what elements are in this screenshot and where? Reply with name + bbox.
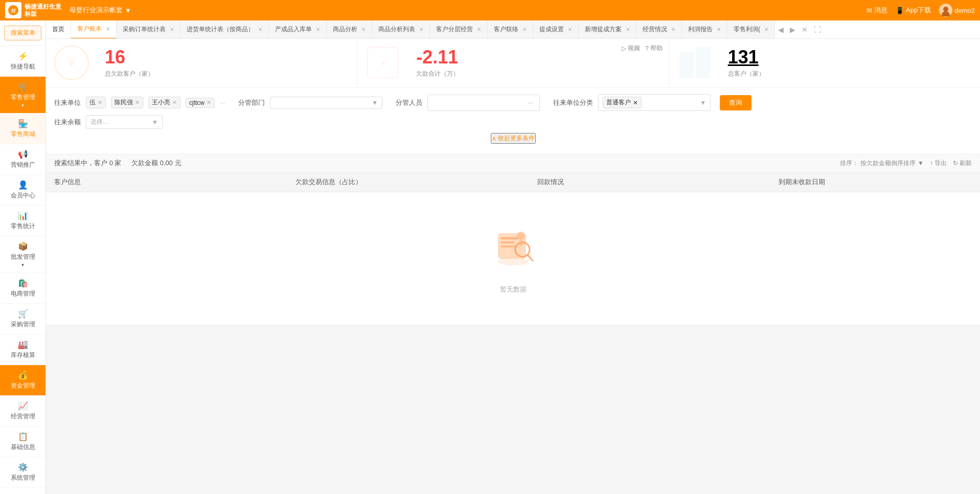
sort-select[interactable]: 排序： 按欠款金额倒序排序 ▼ [840,159,924,168]
marketing-icon: 📢 [18,149,28,159]
tab-close-icon[interactable]: ✕ [258,27,262,32]
sidebar-item-member[interactable]: 👤 会员中心 [0,175,45,206]
results-info: 搜索结果中，客户 0 家 欠款金额 0.00 元 [54,159,181,168]
sidebar-item-ecommerce[interactable]: 🛍️ 电商管理 [0,273,45,304]
remove-tag-cjttcw[interactable]: ✕ [207,99,211,106]
tab-inbound-stats[interactable]: 进货单统计表（按商品） ✕ [180,20,269,39]
logo-area[interactable]: 好 畅捷通好生意 标版 [5,2,61,18]
main-content: ¥ 16 总欠款客户（家） ✦ -2.1 [46,39,980,494]
sidebar-item-system[interactable]: ⚙️ 系统管理 [0,457,45,488]
tab-customer-contact[interactable]: 客户联络 ✕ [488,20,533,39]
stat-block-debt-customers: ¥ 16 总欠款客户（家） [46,39,357,87]
tab-close-icon[interactable]: ✕ [626,27,630,32]
svg-rect-8 [679,52,694,78]
person-select[interactable]: ··· [427,95,540,111]
sidebar-item-enterprise[interactable]: 🤝 企业协同 [0,488,45,494]
tab-cost-inbound[interactable]: 产成品入库单 ✕ [269,20,327,39]
svg-text:✦: ✦ [379,58,387,68]
sidebar-item-quick-nav[interactable]: ⚡ 快捷导航 [0,46,45,77]
sidebar-item-inventory[interactable]: 🏭 库存核算 [0,334,45,365]
sidebar-item-finance[interactable]: 💰 资金管理 [0,365,45,396]
person-dots-icon[interactable]: ··· [526,97,535,108]
sidebar-item-basic-info[interactable]: 📋 基础信息 [0,426,45,457]
tab-close-icon[interactable]: ✕ [106,26,110,32]
remove-tag-chen[interactable]: ✕ [135,99,140,106]
phone-icon: 📱 [896,7,904,14]
svg-rect-13 [500,241,515,243]
tab-close-icon[interactable]: ✕ [419,27,423,32]
message-btn[interactable]: ✉ 消息 [867,6,887,15]
query-button[interactable]: 查询 [720,95,751,110]
sidebar: 搜索菜单 ⚡ 快捷导航 🛒 零售管理 ▼ 🏪 零售商城 📢 营销推广 👤 会 [0,20,46,494]
tab-profit-report[interactable]: 利润报告 ✕ [682,20,727,39]
tab-close-icon[interactable]: ✕ [170,27,174,32]
page-inner: ¥ 16 总欠款客户（家） ✦ -2.1 [46,39,980,325]
trade-unit-label: 往来单位 [54,98,81,107]
remove-tag-wang[interactable]: ✕ [172,99,177,106]
tab-close-icon[interactable]: ✕ [316,27,320,32]
collapse-button[interactable]: ∧ 收起更多条件 [491,133,536,144]
video-link[interactable]: ▷ 视频 [622,44,640,53]
unit-class-select[interactable]: 普通客户 ✕ ▼ [598,94,711,111]
system-icon: ⚙️ [18,462,28,472]
sidebar-item-retail-mgmt[interactable]: 🛒 零售管理 ▼ [0,77,45,114]
unit-class-label: 往来单位分类 [553,98,593,107]
sidebar-item-operations[interactable]: 📈 经营管理 [0,396,45,426]
export-icon: ↑ [930,160,933,167]
account-dropdown[interactable]: 母婴行业演示帐套 ▼ [70,6,131,15]
balance-select[interactable]: 选择... ▼ [86,115,163,129]
sidebar-item-purchase[interactable]: 🛒 采购管理 [0,304,45,334]
tab-product-analysis-list[interactable]: 商品分析列表 ✕ [372,20,430,39]
filter-area: 往来单位 伍 ✕ 陈民强 ✕ 王小亮 ✕ [46,88,980,154]
svg-rect-9 [696,47,710,78]
tab-home[interactable]: 首页 [46,20,71,39]
purchase-icon: 🛒 [18,309,28,319]
unit-class-tag: 普通客户 ✕ [603,97,642,108]
remove-tag-wu[interactable]: ✕ [98,99,102,106]
help-link[interactable]: ? 帮助 [645,44,663,53]
refresh-button[interactable]: ↻ 刷新 [953,159,972,168]
sort-arrow-icon: ▼ [918,160,924,167]
unit-class-arrow-icon: ▼ [700,99,706,106]
app-download-btn[interactable]: 📱 App下载 [896,6,931,15]
tab-new-raise[interactable]: 新增提成方案 ✕ [579,20,636,39]
tab-maximize[interactable]: ⛶ [811,26,824,34]
results-bar: 搜索结果中，客户 0 家 欠款金额 0.00 元 排序： 按欠款金额倒序排序 [46,154,980,172]
tab-purchase-order[interactable]: 采购订单统计表 ✕ [117,20,180,39]
tab-retail-profit[interactable]: 零售利润( ✕ [727,20,775,39]
user-profile[interactable]: demo2 [939,4,975,17]
filter-more-btn[interactable]: ··· [220,99,225,106]
message-icon: ✉ [867,7,872,14]
tab-bar: 首页 客户账本 ✕ 采购订单统计表 ✕ 进货单统计表（按商品） ✕ 产成品入库单… [46,20,980,39]
tab-close-icon[interactable]: ✕ [764,27,768,32]
tab-close-icon[interactable]: ✕ [361,27,366,32]
tab-close-icon[interactable]: ✕ [717,27,721,32]
search-menu-button[interactable]: 搜索菜单 [4,26,41,40]
tab-raise-settings[interactable]: 提成设置 ✕ [533,20,579,39]
svg-line-16 [528,255,533,261]
batch-icon: 📦 [18,241,28,251]
sidebar-item-retail-stats[interactable]: 📊 零售统计 [0,206,45,236]
tab-product-analysis[interactable]: 商品分析 ✕ [327,20,372,39]
tab-close-icon[interactable]: ✕ [477,27,481,32]
col-header-date: 到期未收款日期 [779,177,972,187]
tab-scroll-left[interactable]: ◀ [775,26,787,34]
sidebar-item-batch-mgmt[interactable]: 📦 批发管理 ▼ [0,236,45,273]
tab-customer-tier[interactable]: 客户分层经营 ✕ [430,20,488,39]
dept-select[interactable]: ▼ [270,97,382,109]
tab-operations-status[interactable]: 经营情况 ✕ [636,20,682,39]
tab-close-icon[interactable]: ✕ [568,27,572,32]
tab-close-icon[interactable]: ✕ [671,27,675,32]
tab-close-icon[interactable]: ✕ [522,27,527,32]
tab-accounts[interactable]: 客户账本 ✕ [71,20,117,39]
remove-unit-class[interactable]: ✕ [633,99,638,106]
tab-scroll-right[interactable]: ▶ [787,26,799,34]
export-button[interactable]: ↑ 导出 [930,159,947,168]
retail-icon: 🛒 [18,82,28,92]
sidebar-item-retail-mall[interactable]: 🏪 零售商城 [0,114,45,144]
tab-close-all[interactable]: ✕ [799,26,811,34]
top-bar-left: 好 畅捷通好生意 标版 母婴行业演示帐套 ▼ [5,2,131,18]
sidebar-item-marketing[interactable]: 📢 营销推广 [0,144,45,175]
svg-point-3 [942,11,950,16]
svg-text:好: 好 [11,8,16,13]
